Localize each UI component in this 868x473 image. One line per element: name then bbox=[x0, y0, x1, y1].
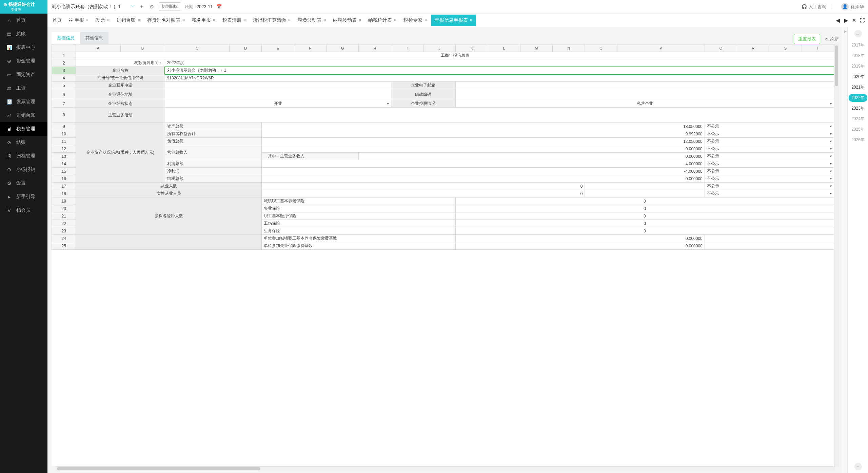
col-header[interactable]: S bbox=[769, 44, 802, 52]
r11-dropdown[interactable]: 不公示▼ bbox=[705, 138, 834, 145]
row-header[interactable]: 20 bbox=[52, 205, 76, 212]
col-header[interactable]: I bbox=[391, 44, 423, 52]
row-header[interactable]: 25 bbox=[52, 242, 76, 250]
row-header[interactable]: 13 bbox=[52, 153, 76, 160]
tab[interactable]: 纳税统计表✕ bbox=[366, 16, 399, 25]
close-icon[interactable]: ✕ bbox=[86, 18, 89, 22]
r23-val[interactable]: 0 bbox=[456, 227, 834, 235]
col-header[interactable]: O bbox=[585, 44, 617, 52]
r16-val[interactable]: 0.000000 bbox=[262, 175, 705, 183]
zip-value[interactable] bbox=[456, 89, 834, 100]
row-header[interactable]: 7 bbox=[52, 100, 76, 108]
row-header[interactable]: 8 bbox=[52, 108, 76, 123]
col-header[interactable]: H bbox=[359, 44, 391, 52]
r10-val[interactable]: 9.992000 bbox=[262, 130, 705, 138]
row-header[interactable]: 16 bbox=[52, 175, 76, 183]
r11-val[interactable]: 12.050000 bbox=[262, 138, 705, 145]
col-header[interactable]: J bbox=[423, 44, 455, 52]
year-item[interactable]: 2024年 bbox=[849, 115, 867, 123]
col-header[interactable]: N bbox=[553, 44, 585, 52]
r19-val[interactable]: 0 bbox=[456, 197, 834, 205]
col-header[interactable]: R bbox=[737, 44, 769, 52]
tab[interactable]: 所得税汇算清缴✕ bbox=[250, 16, 294, 25]
tab[interactable]: 年报信息申报表✕ bbox=[431, 15, 476, 26]
row-header[interactable]: 5 bbox=[52, 82, 76, 89]
add-button[interactable]: ＋ bbox=[138, 3, 145, 10]
r24-val[interactable]: 0.000000 bbox=[456, 235, 705, 242]
row-header[interactable]: 15 bbox=[52, 168, 76, 175]
r21-val[interactable]: 0 bbox=[456, 212, 834, 220]
col-header[interactable]: T bbox=[802, 44, 834, 52]
r15-dropdown[interactable]: 不公示▼ bbox=[705, 168, 834, 175]
close-icon[interactable]: ✕ bbox=[137, 18, 140, 22]
year-item[interactable]: 2018年 bbox=[849, 52, 867, 60]
r17-val[interactable]: 0 bbox=[262, 183, 585, 190]
horizontal-scrollbar[interactable] bbox=[56, 466, 835, 471]
r18-val[interactable]: 0 bbox=[262, 190, 585, 197]
sidebar-item-close[interactable]: ⊘结账 bbox=[0, 136, 47, 149]
col-header[interactable]: B bbox=[120, 44, 165, 52]
close-icon[interactable]: ✕ bbox=[470, 18, 473, 22]
holding-dropdown[interactable]: 私营企业▼ bbox=[456, 100, 834, 108]
fullscreen-icon[interactable]: ⛶ bbox=[859, 17, 866, 24]
settings-icon[interactable]: ⚙ bbox=[149, 3, 155, 10]
r18-dropdown[interactable]: 不公示▼ bbox=[705, 190, 834, 197]
r14-val[interactable]: -4.000000 bbox=[262, 160, 705, 168]
period-value-cell[interactable]: 2022年度 bbox=[165, 59, 834, 67]
sidebar-item-chart[interactable]: 📊报表中心 bbox=[0, 41, 47, 54]
subtab[interactable]: 基础信息 bbox=[52, 32, 80, 44]
col-header[interactable]: M bbox=[520, 44, 552, 52]
r17-dropdown[interactable]: 不公示▼ bbox=[705, 183, 834, 190]
status-dropdown[interactable]: 开业▼ bbox=[165, 100, 391, 108]
col-header[interactable]: D bbox=[230, 44, 262, 52]
year-up[interactable]: ︿ bbox=[854, 30, 862, 37]
row-header[interactable]: 1 bbox=[52, 52, 76, 59]
col-header[interactable]: A bbox=[76, 44, 120, 52]
close-icon[interactable]: ✕ bbox=[288, 18, 291, 22]
tab[interactable]: 纳税波动表✕ bbox=[330, 16, 364, 25]
sidebar-item-tax[interactable]: 🖩税务管理 bbox=[0, 122, 47, 136]
row-header[interactable]: 18 bbox=[52, 190, 76, 197]
phone-value[interactable] bbox=[165, 82, 391, 89]
row-header[interactable]: 10 bbox=[52, 130, 76, 138]
mainbiz-value[interactable] bbox=[165, 108, 834, 123]
tab[interactable]: 首页 bbox=[50, 16, 64, 25]
r9-val[interactable]: 18.050000 bbox=[262, 123, 705, 130]
close-icon[interactable]: ✕ bbox=[182, 18, 185, 22]
tab[interactable]: 税表清册✕ bbox=[220, 16, 249, 25]
row-header[interactable]: 6 bbox=[52, 89, 76, 100]
row-header[interactable]: 9 bbox=[52, 123, 76, 130]
year-item[interactable]: 2020年 bbox=[849, 73, 867, 81]
tabs-close-all[interactable]: ✕ bbox=[850, 17, 858, 24]
row-header[interactable]: 22 bbox=[52, 220, 76, 227]
r13-dropdown[interactable]: 不公示▼ bbox=[705, 153, 834, 160]
col-header[interactable]: P bbox=[617, 44, 705, 52]
year-item[interactable]: 2026年 bbox=[849, 136, 867, 144]
r22-val[interactable]: 0 bbox=[456, 220, 834, 227]
period-value[interactable]: 2023-11 bbox=[197, 4, 213, 9]
r20-val[interactable]: 0 bbox=[456, 205, 834, 212]
collapse-handle[interactable]: ▶ bbox=[843, 27, 848, 473]
col-header[interactable]: E bbox=[262, 44, 294, 52]
col-header[interactable]: F bbox=[294, 44, 326, 52]
subtab[interactable]: 其他信息 bbox=[80, 32, 108, 44]
sidebar-item-inout[interactable]: ⇄进销台账 bbox=[0, 109, 47, 122]
r13-val[interactable]: 0.000000 bbox=[359, 153, 705, 160]
tab[interactable]: 税检专家✕ bbox=[401, 16, 430, 25]
row-header[interactable]: 11 bbox=[52, 138, 76, 145]
col-header[interactable]: K bbox=[456, 44, 488, 52]
switch-old-version[interactable]: 切到旧版 bbox=[159, 2, 181, 11]
sidebar-item-assets[interactable]: ▭固定资产 bbox=[0, 68, 47, 81]
tab[interactable]: 税务申报✕ bbox=[189, 16, 218, 25]
r12-dropdown[interactable]: 不公示▼ bbox=[705, 145, 834, 153]
close-icon[interactable]: ✕ bbox=[213, 18, 216, 22]
row-header[interactable]: 3 bbox=[52, 67, 76, 74]
sidebar-item-gear[interactable]: ⚙设置 bbox=[0, 176, 47, 190]
tabs-prev[interactable]: ◀ bbox=[834, 17, 842, 24]
year-item[interactable]: 2022年 bbox=[849, 94, 867, 102]
year-item[interactable]: 2023年 bbox=[849, 105, 867, 112]
row-header[interactable]: 2 bbox=[52, 59, 76, 67]
year-item[interactable]: 2021年 bbox=[849, 83, 867, 91]
sidebar-item-vip[interactable]: V畅会员 bbox=[0, 204, 47, 217]
row-header[interactable]: 14 bbox=[52, 160, 76, 168]
